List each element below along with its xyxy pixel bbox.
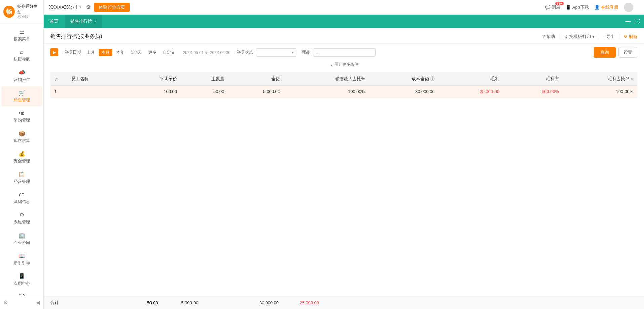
status-label: 单据状态 (236, 49, 253, 55)
avatar[interactable] (624, 3, 633, 12)
page-header: 销售排行榜(按业务员) ? 帮助 🖨 按模板打印 ▾ ↑ 导出 (44, 28, 644, 44)
th-amount: 全额 (228, 72, 284, 86)
expand-more-bar[interactable]: ⌄ 展开更多条件 (50, 60, 637, 69)
filter-bar: ▶ 单据日期 上月 本月 本年 近7天 更多 自定义 2023-06-01 至 (44, 44, 644, 72)
operations-icon: 📋 (18, 171, 25, 177)
divider-2 (599, 34, 599, 39)
tab-maximize-icon[interactable]: ⛶ (635, 18, 640, 24)
footer-amount: 5,000.00 (165, 300, 198, 305)
search-btn[interactable]: 查询 (594, 47, 616, 58)
th-sales-ratio: 销售收入占比% (284, 72, 369, 86)
settings-icon[interactable]: ⚙ (3, 299, 8, 306)
main-area: XXXXXX公司 ▾ ⚙ 体验行业方案 💬 消息 99+ 📱 App下载 👤 在… (44, 0, 644, 309)
sidebar-item-marketing[interactable]: 📣 营销推广 (1, 66, 42, 86)
tab-minimize-icon[interactable]: — (625, 18, 631, 24)
page-actions: ? 帮助 🖨 按模板打印 ▾ ↑ 导出 ↻ 刷新 (542, 34, 637, 40)
tab-home[interactable]: 首页 (44, 15, 65, 28)
filter-toggle-btn[interactable]: ▶ (50, 48, 58, 56)
basics-icon: 🗃 (19, 192, 25, 198)
company-dropdown-icon: ▾ (79, 5, 81, 9)
marketing-icon: 📣 (18, 69, 25, 75)
system-icon: ⚙ (19, 212, 24, 218)
status-select[interactable] (256, 48, 296, 57)
message-btn[interactable]: 💬 消息 99+ (545, 4, 560, 10)
appstore-icon: 📱 (18, 273, 25, 279)
footer-qty: 50.00 (124, 300, 158, 305)
star-icon: ☆ (54, 76, 58, 82)
date-tab-lastmonth[interactable]: 上月 (84, 49, 97, 56)
help-btn[interactable]: ? 帮助 (542, 34, 555, 40)
divider-3 (619, 34, 619, 39)
company-selector[interactable]: XXXXXX公司 ▾ (49, 4, 81, 10)
refresh-icon: ↻ (624, 34, 627, 39)
filter-row-main: ▶ 单据日期 上月 本月 本年 近7天 更多 自定义 2023-06-01 至 (50, 47, 637, 58)
sidebar-item-appstore[interactable]: 📱 应用中心 (1, 270, 42, 290)
table-container: ☆ 员工名称 平均单价 主数量 全额 销售收入占比% 成本全额 ⓘ 毛利 毛利率 (44, 72, 644, 296)
collapse-icon[interactable]: ◀ (36, 299, 40, 306)
settings-gear-icon[interactable]: ⚙ (86, 4, 91, 10)
sidebar-bottom: ⚙ ◀ (0, 296, 43, 309)
sidebar-item-search[interactable]: ☰ 搜索菜单 (1, 25, 42, 45)
tab-right-actions: — ⛶ (625, 15, 644, 28)
service-icon: 👤 (594, 5, 600, 10)
app-download-btn[interactable]: 📱 App下载 (566, 4, 589, 10)
sidebar-logo: 畅 畅康通好生意 标准版 (0, 0, 43, 23)
inventory-icon: 📦 (18, 130, 25, 137)
sales-icon: 🛒 (18, 90, 25, 96)
finance-icon: 💰 (18, 151, 25, 157)
print-dropdown-icon: ▾ (592, 34, 595, 39)
date-tab-thismonth[interactable]: 本月 (99, 49, 112, 56)
cell-gross-rate: -500.00% (503, 86, 563, 98)
cell-rank: 1 (50, 86, 67, 98)
date-tabs: 上月 本月 本年 近7天 更多 自定义 (84, 49, 178, 56)
cell-gross-ratio: 100.00% (563, 86, 637, 98)
tabbar: 首页 销售排行榜 × — ⛶ (44, 15, 644, 28)
date-tab-7days[interactable]: 近7天 (128, 49, 144, 56)
footer-gross: -25,000.00 (286, 300, 319, 305)
sort-icon[interactable]: ⇅ (631, 77, 633, 81)
refresh-btn[interactable]: ↻ 刷新 (624, 34, 637, 40)
table-header-row: ☆ 员工名称 平均单价 主数量 全额 销售收入占比% 成本全额 ⓘ 毛利 毛利率 (50, 72, 637, 86)
date-tab-thisyear[interactable]: 本年 (114, 49, 127, 56)
sidebar-item-purchase[interactable]: 🛍 采购管理 (1, 107, 42, 126)
sidebar-item-system[interactable]: ⚙ 系统管理 (1, 208, 42, 228)
topbar: XXXXXX公司 ▾ ⚙ 体验行业方案 💬 消息 99+ 📱 App下载 👤 在… (44, 0, 644, 15)
sidebar-item-inventory[interactable]: 📦 库存核算 (1, 127, 42, 147)
home-icon: ⌂ (20, 49, 24, 55)
tab-close-icon[interactable]: × (95, 19, 97, 23)
sidebar-item-basics[interactable]: 🗃 基础信息 (1, 188, 42, 208)
divider-1 (559, 34, 559, 39)
settings-btn[interactable]: 设置 (618, 47, 637, 58)
goods-filter-group: 商品 (302, 48, 376, 57)
footer-label: 合计 (50, 300, 77, 306)
sidebar-item-operations[interactable]: 📋 经营管理 (1, 168, 42, 188)
sidebar-item-wechat[interactable]: 💬 企业微信 (1, 290, 42, 296)
topbar-right: 💬 消息 99+ 📱 App下载 👤 在线客服 (545, 3, 639, 12)
logo-text: 畅康通好生意 标准版 (17, 4, 40, 19)
date-range-display: 2023-06-01 至 2023-06-30 (183, 49, 230, 56)
trial-btn[interactable]: 体验行业方案 (94, 3, 130, 12)
status-filter-group: 单据状态 (236, 48, 296, 57)
print-btn[interactable]: 🖨 按模板打印 ▾ (563, 34, 595, 40)
cell-gross: -25,000.00 (439, 86, 503, 98)
sidebar-item-quicknav[interactable]: ⌂ 快捷导航 (1, 46, 42, 65)
guide-icon: 📖 (18, 253, 25, 259)
date-tab-custom[interactable]: 自定义 (160, 49, 178, 56)
purchase-icon: 🛍 (19, 110, 25, 116)
export-icon: ↑ (603, 34, 605, 39)
cell-name (67, 86, 124, 98)
sidebar-item-sales[interactable]: 🛒 销售管理 (1, 86, 42, 106)
sidebar-item-finance[interactable]: 💰 资金管理 (1, 147, 42, 167)
date-label: 单据日期 (64, 49, 81, 55)
export-btn[interactable]: ↑ 导出 (603, 34, 615, 40)
online-service-btn[interactable]: 👤 在线客服 (594, 4, 618, 10)
help-icon: ? (542, 34, 545, 39)
message-badge: 99+ (555, 2, 564, 5)
sidebar: 畅 畅康通好生意 标准版 ☰ 搜索菜单 ⌂ 快捷导航 📣 营销推广 🛒 销售管理… (0, 0, 44, 309)
tab-sales-ranking[interactable]: 销售排行榜 × (65, 15, 102, 28)
goods-input[interactable] (313, 48, 376, 57)
cost-help-icon: ⓘ (430, 76, 435, 81)
date-tab-more[interactable]: 更多 (145, 49, 159, 56)
sidebar-item-guide[interactable]: 📖 新手引导 (1, 249, 42, 269)
sidebar-item-enterprise[interactable]: 🏢 企业协同 (1, 229, 42, 249)
